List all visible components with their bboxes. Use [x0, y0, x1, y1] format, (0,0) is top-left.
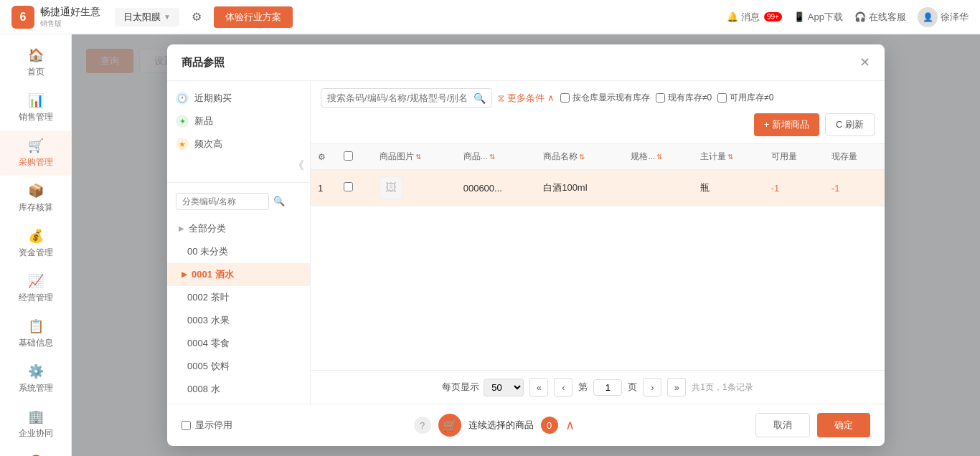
more-filter-btn[interactable]: ⧖ 更多条件 ∧	[498, 92, 555, 105]
checkbox-warehouse-input[interactable]	[560, 93, 570, 103]
product-search-input[interactable]	[327, 89, 471, 107]
settings-gear-icon[interactable]: ⚙	[318, 152, 326, 162]
sales-icon: 📊	[28, 92, 44, 108]
modal-body: 🕐 近期购买 ✦ 新品 ★ 频次高 《	[167, 81, 885, 404]
cell-stock: -1	[824, 170, 885, 206]
service-btn[interactable]: 🎧 在线客服	[854, 11, 906, 24]
sort-image[interactable]: 商品图片 ⇅	[380, 151, 449, 163]
first-page-btn[interactable]: «	[529, 378, 548, 396]
sidebar-item-enterprise[interactable]: 🏢 企业协同	[0, 402, 71, 447]
show-disabled-label: 显示停用	[195, 419, 232, 432]
sidebar-item-home[interactable]: 🏠 首页	[0, 40, 71, 85]
settings-icon[interactable]: ⚙	[185, 6, 208, 29]
sidebar-item-inventory[interactable]: 📦 库存核算	[0, 176, 71, 221]
checkbox-available-nonzero[interactable]: 可用库存≠0	[717, 92, 773, 104]
footer-mid: ? 🛒 连续选择的商品 0 ∧	[414, 414, 575, 437]
main-area: 查询 设置 刷新 商品参照 ✕ 🕐	[72, 34, 980, 456]
store-name: 日太阳膜	[123, 11, 161, 24]
cell-checkbox	[336, 170, 372, 206]
logo-icon: 6	[11, 6, 34, 29]
cat-item-uncategorized[interactable]: 00 未分类	[167, 240, 310, 263]
sidebar-item-operation[interactable]: 📈 经营管理	[0, 266, 71, 311]
sort-spec[interactable]: 规格... ⇅	[631, 151, 685, 163]
notice-icon: 🔔	[727, 11, 738, 22]
user-name: 徐泽华	[941, 11, 969, 24]
sidebar-item-sales[interactable]: 📊 销售管理	[0, 85, 71, 130]
quick-item-frequent[interactable]: ★ 频次高	[167, 133, 310, 156]
checkbox-stock-nonzero[interactable]: 现有库存≠0	[656, 92, 712, 104]
cell-code: 000600...	[456, 170, 536, 206]
user-profile[interactable]: 👤 徐泽华	[918, 7, 969, 27]
table-row[interactable]: 1 🖼	[311, 170, 885, 206]
cat-label-0003: 0003 水果	[187, 314, 230, 327]
show-disabled-check[interactable]: 显示停用	[182, 419, 232, 432]
cat-item-0002[interactable]: 0002 茶叶	[167, 286, 310, 309]
fold-btn[interactable]: ∧	[565, 417, 575, 433]
cat-item-0004[interactable]: 0004 零食	[167, 332, 310, 355]
trial-btn[interactable]: 体验行业方案	[214, 6, 293, 28]
app-download-btn[interactable]: 📱 App下载	[793, 11, 843, 24]
cell-name: 白酒100ml	[536, 170, 623, 206]
sidebar-item-guide[interactable]: 🎯 新手引导	[0, 447, 71, 456]
quick-label-frequent: 频次高	[194, 138, 222, 151]
prev-page-btn[interactable]: ‹	[554, 378, 573, 396]
notice-btn[interactable]: 🔔 消息 99+	[727, 11, 782, 24]
checkbox-stock-nonzero-input[interactable]	[656, 93, 665, 103]
row-checkbox[interactable]	[344, 182, 353, 191]
sidebar-item-finance[interactable]: 💰 资金管理	[0, 221, 71, 266]
page-input[interactable]	[593, 379, 622, 396]
quick-item-new[interactable]: ✦ 新品	[167, 110, 310, 133]
cancel-btn[interactable]: 取消	[755, 413, 810, 437]
cat-item-0003[interactable]: 0003 水果	[167, 309, 310, 332]
last-page-btn[interactable]: »	[667, 378, 686, 396]
cat-item-0005[interactable]: 0005 饮料	[167, 355, 310, 378]
help-icon[interactable]: ?	[414, 417, 431, 434]
collapse-btn[interactable]: 《	[167, 156, 310, 176]
checkbox-warehouse[interactable]: 按仓库显示现有库存	[560, 92, 650, 104]
sort-unit[interactable]: 主计量 ⇅	[700, 151, 757, 163]
sidebar-label-sales: 销售管理	[19, 111, 53, 123]
th-image: 商品图片 ⇅	[372, 144, 456, 170]
cart-btn[interactable]: 🛒	[438, 414, 461, 437]
cat-label-00: 00 未分类	[187, 245, 228, 258]
cat-item-0008[interactable]: 0008 水	[167, 378, 310, 398]
clock-icon: 🕐	[176, 92, 189, 105]
show-disabled-checkbox[interactable]	[182, 421, 191, 430]
cell-num: 1	[311, 170, 336, 206]
sidebar-item-system[interactable]: ⚙️ 系统管理	[0, 356, 71, 402]
cat-item-0001[interactable]: ▶ 0001 酒水	[167, 263, 310, 286]
sort-code[interactable]: 商品... ⇅	[463, 151, 529, 163]
cell-unit: 瓶	[693, 170, 764, 206]
product-search-icon[interactable]: 🔍	[473, 92, 486, 104]
add-product-btn[interactable]: + 新增商品	[754, 113, 819, 136]
sort-name[interactable]: 商品名称 ⇅	[543, 151, 616, 163]
next-page-btn[interactable]: ›	[643, 378, 661, 396]
notice-badge: 99+	[764, 12, 782, 22]
store-selector[interactable]: 日太阳膜 ▼	[115, 8, 179, 27]
sidebar-label-inventory: 库存核算	[19, 201, 53, 214]
modal-close-icon[interactable]: ✕	[859, 54, 870, 70]
layout: 🏠 首页 📊 销售管理 🛒 采购管理 📦 库存核算 💰 资金管理 📈 经营管理 …	[0, 34, 980, 456]
checkbox-available-nonzero-input[interactable]	[717, 93, 727, 103]
sort-image-icon: ⇅	[415, 153, 421, 161]
inventory-icon: 📦	[28, 183, 44, 199]
refresh-btn[interactable]: C 刷新	[825, 113, 875, 136]
table-header-row: ⚙ 商品图片 ⇅	[311, 144, 885, 170]
category-search-input[interactable]	[176, 193, 269, 210]
quick-item-recent[interactable]: 🕐 近期购买	[167, 87, 310, 110]
modal-footer: 显示停用 ? 🛒 连续选择的商品 0 ∧ 取消 确定	[167, 404, 885, 446]
sidebar-label-purchase: 采购管理	[19, 156, 53, 168]
purchase-icon: 🛒	[28, 138, 44, 153]
pagination: 每页显示 10 20 50 100 « ‹ 第	[311, 370, 885, 404]
page-size-select[interactable]: 10 20 50 100	[484, 379, 524, 396]
category-search-row: 🔍	[167, 189, 310, 214]
cat-item-all[interactable]: ▶ 全部分类	[167, 217, 310, 240]
sidebar-item-purchase[interactable]: 🛒 采购管理	[0, 130, 71, 176]
sidebar-item-basic[interactable]: 📋 基础信息	[0, 311, 71, 356]
cart-label: 连续选择的商品	[468, 419, 534, 432]
app-icon: 📱	[793, 11, 805, 22]
select-all-checkbox[interactable]	[344, 151, 353, 161]
confirm-btn[interactable]: 确定	[817, 413, 870, 437]
filter-icon: ⧖	[498, 92, 504, 104]
category-search-icon[interactable]: 🔍	[273, 196, 285, 206]
